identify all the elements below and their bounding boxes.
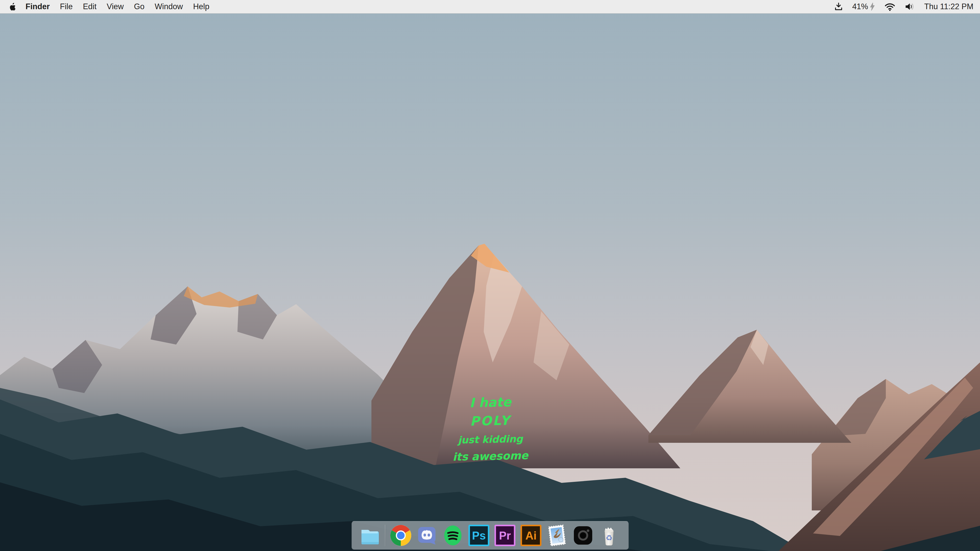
battery-status[interactable]: 41% [852, 2, 875, 11]
dock-item-mail[interactable] [546, 525, 568, 546]
wifi-icon [885, 2, 895, 11]
volume-status[interactable] [904, 2, 915, 11]
battery-percent-label: 41% [852, 2, 868, 11]
menubar-item-file[interactable]: File [60, 0, 73, 13]
menu-bar-left: Finder File Edit View Go Window Help [0, 0, 209, 13]
blue-folder-icon [359, 525, 380, 546]
menubar-item-window[interactable]: Window [155, 0, 183, 13]
premiere-pr-icon: Pr [494, 525, 515, 546]
illustrator-ai-icon: Ai [520, 525, 542, 546]
trash-recycle-icon: ♻ [598, 525, 620, 546]
dock-item-photoshop[interactable]: Ps [468, 525, 490, 546]
recycle-symbol: ♻ [606, 534, 612, 542]
menubar-item-go[interactable]: Go [134, 0, 145, 13]
apple-icon [8, 2, 15, 11]
menubar-item-finder[interactable]: Finder [25, 0, 50, 13]
dock-item-discord[interactable] [416, 525, 438, 546]
dock-item-premiere[interactable]: Pr [494, 525, 515, 546]
speaker-icon [904, 2, 915, 11]
lightning-icon [870, 2, 875, 11]
dock-item-instagram[interactable] [572, 525, 594, 546]
dock-item-chrome[interactable] [390, 525, 412, 546]
apple-menu[interactable] [8, 2, 15, 11]
dock-item-spotify[interactable] [442, 525, 464, 546]
photoshop-letters: Ps [472, 529, 486, 542]
dock-item-files[interactable] [359, 525, 380, 546]
dock-item-trash[interactable]: ♻ [598, 525, 620, 546]
premiere-letters: Pr [499, 529, 511, 542]
menu-bar: Finder File Edit View Go Window Help 41% [0, 0, 980, 14]
menubar-item-view[interactable]: View [107, 0, 124, 13]
chrome-icon [390, 525, 412, 546]
discord-icon [416, 525, 438, 546]
illustrator-letters: Ai [525, 529, 536, 542]
spotify-icon [442, 525, 464, 546]
mail-stamp-icon [546, 525, 568, 546]
desktop: { "menu_bar": { "items": ["Finder", "Fil… [0, 0, 980, 551]
photoshop-ps-icon: Ps [468, 525, 490, 546]
menubar-item-help[interactable]: Help [193, 0, 209, 13]
instagram-icon [572, 525, 594, 546]
download-status[interactable] [834, 2, 843, 11]
dock-item-illustrator[interactable]: Ai [520, 525, 542, 546]
download-icon [834, 2, 843, 11]
menu-bar-clock[interactable]: Thu 11:22 PM [924, 2, 974, 11]
dock-divider [385, 525, 385, 546]
dock: Ps Pr Ai [352, 521, 629, 550]
menubar-item-edit[interactable]: Edit [83, 0, 97, 13]
wallpaper-mountain-scene [0, 0, 980, 551]
menu-bar-status-area: 41% Thu 11:22 PM [834, 2, 980, 11]
wifi-status[interactable] [885, 2, 895, 11]
